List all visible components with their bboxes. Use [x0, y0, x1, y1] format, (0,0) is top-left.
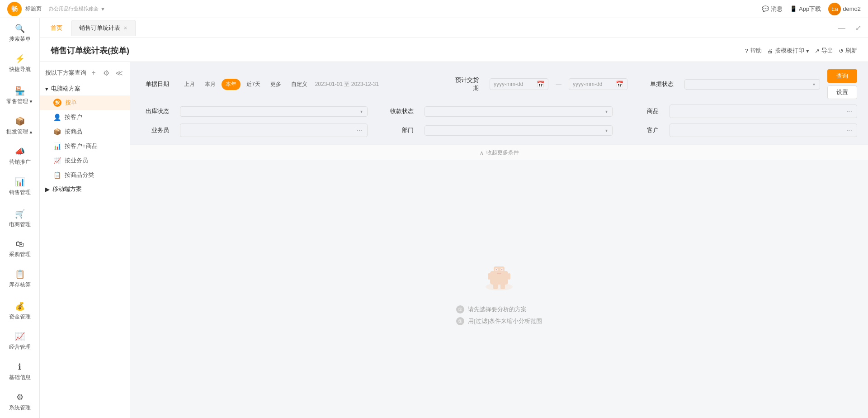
maximize-btn[interactable]: ⤢ [852, 22, 864, 34]
right-panel: 单据日期 上月 本月 本年 近7天 更多 自定义 2023- [130, 62, 868, 418]
topbar: 畅 标题页 办公用品行业模拟账套 ▼ 💬 消息 📱 App下载 Ea demo2 [0, 0, 868, 18]
date-tab-custom[interactable]: 自定义 [287, 79, 311, 90]
app-download-btn[interactable]: 📱 App下载 [790, 5, 821, 13]
sidebar-item-basicinfo[interactable]: ℹ 基础信息 [0, 356, 39, 387]
app-icon: 📱 [790, 5, 797, 12]
date-tab-this-month[interactable]: 本月 [201, 79, 220, 90]
sidebar-item-quicknav[interactable]: ⚡ 快捷导航 [0, 48, 39, 79]
delivery-select[interactable]: ▾ [180, 106, 368, 117]
sidebar-item-inventory[interactable]: 📋 库存核算 [0, 264, 39, 294]
by-category-icon: 📋 [53, 171, 61, 179]
expected-date-from[interactable]: yyyy-mm-dd 📅 [490, 78, 548, 90]
scheme-item-by-category[interactable]: 📋 按商品分类 [40, 168, 130, 182]
svg-rect-8 [488, 273, 491, 280]
minimize-btn[interactable]: — [835, 22, 848, 34]
topbar-right: 💬 消息 📱 App下载 Ea demo2 [762, 3, 861, 15]
sidebar-item-ecommerce[interactable]: 🛒 电商管理 [0, 204, 39, 234]
sidebar-item-operation[interactable]: 📈 经营管理 [0, 326, 39, 356]
export-btn[interactable]: ↗ 导出 [815, 47, 833, 55]
inventory-icon: 📋 [15, 269, 25, 279]
scheme-group-mobile-arrow-icon: ▶ [45, 186, 50, 193]
message-btn[interactable]: 💬 消息 [762, 5, 783, 13]
scheme-collapse-btn[interactable]: ≪ [113, 67, 124, 78]
collapse-arrow-icon: ∧ [480, 150, 484, 156]
scheme-panel-actions: + ⚙ ≪ [88, 67, 124, 78]
help-icon: ? [745, 48, 748, 54]
scheme-group-mobile: ▶ 移动端方案 [40, 182, 130, 196]
expected-date-to[interactable]: yyyy-mm-dd 📅 [569, 78, 627, 90]
tab-sales-stat[interactable]: 销售订单统计表 × [71, 20, 136, 36]
tab-home[interactable]: 首页 [43, 20, 70, 36]
content-area: 首页 销售订单统计表 × — ⤢ 销售订单统计表(按单) ? 帮助 🖨 [40, 18, 868, 418]
scheme-group-pc-title[interactable]: ▾ 电脑端方案 [40, 82, 130, 95]
scheme-item-by-order[interactable]: 按 按单 [40, 95, 130, 110]
basicinfo-icon: ℹ [18, 362, 21, 372]
print-btn[interactable]: 🖨 按模板打印 ▾ [767, 47, 809, 55]
customer-label: 客户 [631, 126, 662, 134]
date-tab-this-year[interactable]: 本年 [222, 79, 241, 90]
sidebar-item-purchase[interactable]: 🛍 采购管理 [0, 234, 39, 264]
payment-arrow-icon: ▾ [605, 109, 608, 114]
empty-tip-2: ② 用[过滤]条件来缩小分析范围 [456, 317, 542, 325]
refresh-btn[interactable]: ↺ 刷新 [839, 47, 857, 55]
tip-num-2: ② [456, 317, 464, 325]
sidebar-item-marketing[interactable]: 📣 营销推广 [0, 141, 39, 171]
svg-rect-9 [508, 273, 510, 280]
scheme-item-by-customer[interactable]: 👤 按客户 [40, 110, 130, 124]
date-tab-more[interactable]: 更多 [266, 79, 285, 90]
salesperson-select[interactable]: ··· [180, 124, 368, 137]
sidebar-item-finance[interactable]: 💰 资金管理 [0, 296, 39, 326]
date-range-display: 2023-01-01 至 2023-12-31 [315, 81, 379, 88]
by-customer-goods-icon: 📊 [53, 142, 61, 150]
tabbar: 首页 销售订单统计表 × — ⤢ [40, 18, 868, 38]
system-icon: ⚙ [16, 392, 24, 402]
date-tabs: 上月 本月 本年 近7天 更多 自定义 [180, 79, 311, 90]
print-icon: 🖨 [767, 48, 773, 54]
settings-button[interactable]: 设置 [827, 86, 857, 99]
sidebar-item-system[interactable]: ⚙ 系统管理 [0, 387, 39, 417]
scheme-item-by-goods[interactable]: 📦 按商品 [40, 124, 130, 139]
query-btn-group: 查询 设置 [827, 69, 857, 99]
scheme-group-mobile-title[interactable]: ▶ 移动端方案 [40, 182, 130, 196]
scheme-group-pc: ▾ 电脑端方案 按 按单 👤 按客户 📦 按商品 [40, 82, 130, 182]
date-tab-7days[interactable]: 近7天 [242, 79, 264, 90]
sales-icon: 📊 [15, 177, 25, 187]
print-arrow-icon: ▾ [806, 48, 809, 54]
empty-tips: ① 请先选择要分析的方案 ② 用[过滤]条件来缩小分析范围 [456, 305, 542, 325]
salesperson-dots-icon[interactable]: ··· [357, 126, 363, 134]
user-profile[interactable]: Ea demo2 [828, 3, 861, 15]
collapse-bar[interactable]: ∧ 收起更多条件 [130, 145, 868, 160]
goods-dots-icon[interactable]: ··· [846, 107, 852, 115]
payment-select[interactable]: ▾ [425, 106, 612, 117]
tab-close-btn[interactable]: × [123, 24, 128, 32]
topbar-left: 畅 标题页 办公用品行业模拟账套 ▼ [7, 2, 109, 16]
date-tab-last-month[interactable]: 上月 [180, 79, 199, 90]
brand-logo: 畅 [7, 2, 22, 16]
calendar-to-icon: 📅 [616, 81, 623, 88]
by-customer-icon: 👤 [53, 114, 61, 121]
svg-point-6 [501, 269, 502, 271]
filter-row-person: 业务员 ··· 部门 ▾ 客户 ··· [141, 124, 857, 137]
customer-select[interactable]: ··· [670, 124, 857, 137]
help-btn[interactable]: ? 帮助 [745, 47, 762, 55]
status-select[interactable]: ▾ [684, 79, 820, 90]
brand-name: 标题页 [25, 5, 42, 13]
scheme-item-by-salesperson[interactable]: 📈 按业务员 [40, 153, 130, 168]
scheme-settings-btn[interactable]: ⚙ [101, 67, 112, 78]
customer-dots-icon[interactable]: ··· [846, 126, 852, 134]
sidebar-item-sales[interactable]: 📊 销售管理 [0, 171, 39, 202]
sidebar-item-wholesale[interactable]: 📦 批发管理 ▲ [0, 111, 39, 141]
tip-num-1: ① [456, 305, 464, 314]
page-title: 销售订单统计表(按单) [51, 45, 129, 62]
sidebar-item-retail[interactable]: 🏪 零售管理 ▼ [0, 81, 39, 111]
scheme-add-btn[interactable]: + [88, 67, 99, 78]
sidebar-item-search[interactable]: 🔍 搜索菜单 [0, 18, 39, 48]
query-button[interactable]: 查询 [827, 69, 857, 83]
goods-select[interactable]: ··· [670, 104, 857, 118]
scheme-item-by-customer-goods[interactable]: 📊 按客户+商品 [40, 139, 130, 153]
workspace-selector[interactable]: 办公用品行业模拟账套 ▼ [45, 4, 109, 14]
finance-icon: 💰 [15, 301, 25, 311]
status-label: 单据状态 [646, 80, 677, 88]
filter-date-group: 上月 本月 本年 近7天 更多 自定义 2023-01-01 至 2023-12… [180, 79, 433, 90]
dept-select[interactable]: ▾ [425, 125, 612, 136]
